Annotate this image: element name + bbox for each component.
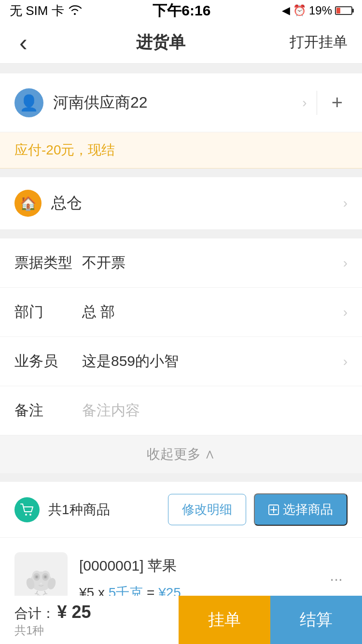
status-bar: 无 SIM 卡 下午6:16 ◀ ⏰ 19% xyxy=(0,0,362,21)
supplier-name: 河南供应商22 xyxy=(53,92,302,113)
collapse-button[interactable]: 收起更多 ∧ xyxy=(0,435,362,473)
divider-1 xyxy=(0,64,362,73)
select-product-button[interactable]: 选择商品 xyxy=(254,493,348,526)
product-code: [0000001] xyxy=(79,558,148,574)
notice-bar: 应付-20元，现结 xyxy=(0,132,362,168)
add-supplier-button[interactable]: + xyxy=(327,87,348,118)
department-value: 总 部 xyxy=(82,302,343,322)
divider-4 xyxy=(0,473,362,482)
total-row: 合计： ¥ 25 xyxy=(14,602,164,623)
location-icon: ◀ xyxy=(282,4,290,17)
warehouse-section: 🏠 总仓 › xyxy=(0,177,362,230)
cart-icon xyxy=(20,503,34,517)
invoice-type-row[interactable]: 票据类型 不开票 › xyxy=(0,238,362,288)
warehouse-icon-wrap: 🏠 xyxy=(14,190,42,217)
invoice-type-value: 不开票 xyxy=(82,253,343,273)
product-title: 苹果 xyxy=(148,558,177,574)
form-section: 票据类型 不开票 › 部门 总 部 › 业务员 这是859的小智 › 备注 备注… xyxy=(0,238,362,473)
status-time: 下午6:16 xyxy=(153,1,210,21)
modify-detail-button[interactable]: 修改明细 xyxy=(168,494,246,525)
warehouse-name: 总仓 xyxy=(51,193,343,214)
product-count-text: 共1种商品 xyxy=(48,501,168,519)
notice-text: 应付-20元，现结 xyxy=(14,142,115,157)
supplier-row[interactable]: 👤 河南供应商22 › + xyxy=(0,73,362,132)
status-indicators: ◀ ⏰ 19% xyxy=(282,4,352,17)
salesperson-value: 这是859的小智 xyxy=(82,351,343,371)
salesperson-label: 业务员 xyxy=(14,351,82,371)
total-amount: ¥ 25 xyxy=(57,602,91,622)
invoice-type-label: 票据类型 xyxy=(14,253,82,273)
product-more-button[interactable]: ··· xyxy=(325,565,348,593)
department-row[interactable]: 部门 总 部 › xyxy=(0,288,362,337)
invoice-type-chevron-icon: › xyxy=(343,255,348,271)
wifi-icon xyxy=(68,3,82,18)
back-button[interactable]: ‹ xyxy=(14,24,32,61)
hang-button[interactable]: 挂单 xyxy=(179,596,270,644)
product-name: [0000001] 苹果 xyxy=(79,556,325,576)
remark-placeholder: 备注内容 xyxy=(82,401,348,420)
alarm-icon: ⏰ xyxy=(293,4,306,17)
bottom-bar: 合计： ¥ 25 共1种 挂单 结算 xyxy=(0,596,362,644)
warehouse-icon: 🏠 xyxy=(20,196,37,211)
chevron-right-icon: › xyxy=(302,95,306,111)
department-chevron-icon: › xyxy=(343,305,348,320)
product-count-icon-wrap xyxy=(14,497,40,522)
warehouse-row[interactable]: 🏠 总仓 › xyxy=(0,177,362,230)
product-thumb-icon: 管十 xyxy=(24,562,58,596)
battery-percent: 19% xyxy=(309,4,332,17)
select-product-label: 选择商品 xyxy=(283,501,333,518)
nav-bar: ‹ 进货单 打开挂单 xyxy=(0,21,362,64)
total-label: 合计： xyxy=(14,606,55,621)
svg-line-21 xyxy=(44,591,46,594)
select-icon xyxy=(268,504,279,515)
carrier-text: 无 SIM 卡 xyxy=(10,2,64,19)
product-header: 共1种商品 修改明细 选择商品 xyxy=(0,482,362,538)
product-info: [0000001] 苹果 ¥5 x 5千克 = ¥25 xyxy=(79,556,325,602)
svg-line-17 xyxy=(36,591,38,594)
open-hang-button[interactable]: 打开挂单 xyxy=(290,32,348,52)
supplier-divider xyxy=(317,91,317,115)
svg-point-0 xyxy=(25,514,27,516)
divider-3 xyxy=(0,230,362,238)
divider-2 xyxy=(0,168,362,177)
supplier-avatar: 👤 xyxy=(14,88,43,117)
svg-point-12 xyxy=(36,576,38,578)
svg-point-13 xyxy=(44,576,46,578)
department-label: 部门 xyxy=(14,302,82,322)
order-summary: 合计： ¥ 25 共1种 xyxy=(0,596,179,644)
nav-title: 进货单 xyxy=(136,31,185,54)
supplier-section: 👤 河南供应商22 › + 应付-20元，现结 xyxy=(0,73,362,168)
remark-label: 备注 xyxy=(14,401,82,420)
user-icon: 👤 xyxy=(19,94,39,112)
items-count: 共1种 xyxy=(14,623,164,638)
collapse-label: 收起更多 ∧ xyxy=(147,445,216,463)
status-carrier: 无 SIM 卡 xyxy=(10,2,82,19)
svg-point-1 xyxy=(29,514,31,516)
checkout-button[interactable]: 结算 xyxy=(270,596,362,644)
warehouse-chevron-icon: › xyxy=(343,196,348,211)
battery-icon xyxy=(335,6,352,15)
salesperson-row[interactable]: 业务员 这是859的小智 › xyxy=(0,337,362,386)
remark-row[interactable]: 备注 备注内容 xyxy=(0,386,362,435)
salesperson-chevron-icon: › xyxy=(343,354,348,369)
